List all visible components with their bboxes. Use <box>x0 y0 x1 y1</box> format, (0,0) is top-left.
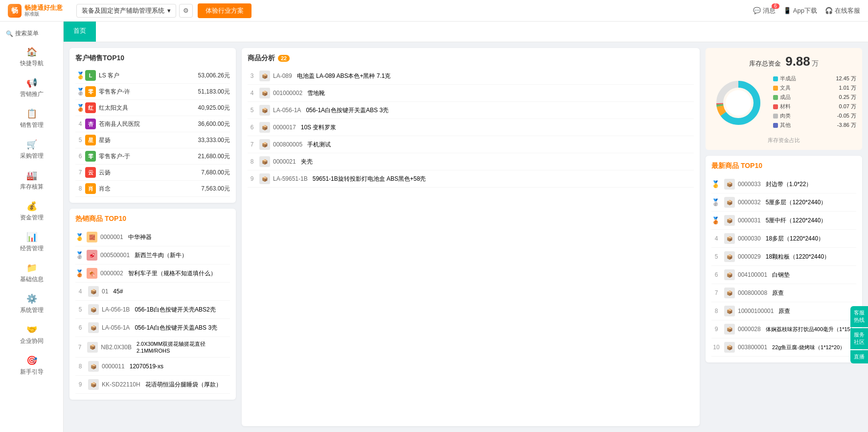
sidebar-item-purchase[interactable]: 🛒 采购管理 <box>0 134 63 165</box>
rank-medal-1: 🥇 <box>75 72 85 79</box>
hot-product-row-3: 🥉 🍖 0000002 智利车子里（规格不知道填什么） <box>75 264 230 283</box>
new-medal-1: 🥇 <box>711 180 721 188</box>
sidebar-item-marketing[interactable]: 📢 营销推广 <box>0 72 63 103</box>
legend-dot-0 <box>773 76 778 81</box>
sidebar-item-operation[interactable]: 📊 经营管理 <box>0 227 63 258</box>
sidebar-item-home[interactable]: 🏠 快捷导航 <box>0 42 63 72</box>
new-products-card: 最新商品 TOP10 🥇 📦 0000033 封边带（1.0*22） 🥈 📦 0… <box>706 156 862 362</box>
new-img-6: 📦 <box>724 269 735 280</box>
new-img-2: 📦 <box>724 197 735 208</box>
rank-avatar-8: 肖 <box>85 183 96 194</box>
inventory-chart-label: 库存资金占比 <box>711 137 856 144</box>
legend-dot-2 <box>773 95 778 100</box>
sidebar-item-collab[interactable]: 🤝 企业协同 <box>0 319 63 350</box>
legend-item-5: 其他 -3.86 万 <box>773 121 856 129</box>
rank-row-3: 🥉 红 红太阳文具 40,925.00元 <box>75 100 230 116</box>
new-img-3: 📦 <box>724 215 735 226</box>
hot-product-row-6: 6 📦 LA-056-1A 056-1A白色按键开关盖ABS 3壳 <box>75 319 230 337</box>
main-layout: 🔍 搜索菜单 🏠 快捷导航 📢 营销推广 📋 销售管理 🛒 采购管理 🏭 库存核… <box>0 22 868 432</box>
hot-img-4: 📦 <box>88 286 99 297</box>
hot-img-7: 📦 <box>87 342 98 353</box>
legend-dot-5 <box>773 123 778 128</box>
mid-product-row-1: 3 📦 LA-089 电池盖 LA-089 ABS本色+黑种 7.1克 <box>248 68 694 85</box>
hot-products-title: 热销商品 TOP10 <box>75 215 230 223</box>
headset-icon: 🎧 <box>825 7 833 14</box>
legend-item-2: 成品 0.25 万 <box>773 94 856 101</box>
hot-product-row-2: 🥈 🥩 000500001 新西兰牛肉（新牛） <box>75 246 230 264</box>
new-product-row-3: 🥉 📦 0000031 5厘中纤（1220*2440） <box>711 212 856 230</box>
collab-icon: 🤝 <box>26 324 37 335</box>
hot-img-8: 📦 <box>88 361 99 372</box>
app-download-button[interactable]: 📱 App下载 <box>783 6 817 15</box>
sidebar-item-finance[interactable]: 💰 资金管理 <box>0 196 63 227</box>
legend-dot-3 <box>773 104 778 109</box>
new-img-8: 📦 <box>724 306 735 316</box>
page-content: 客户销售TOP10 🥇 L LS 客户 53,006.26元 🥈 零 零售客 <box>64 42 868 432</box>
hot-product-row-7: 7 📦 NB2.0X30B 2.0X30MM双搓花轴搓花直径2.1MM/ROHS <box>75 337 230 358</box>
new-medal-3: 🥉 <box>711 216 721 224</box>
customer-ranking-title: 客户销售TOP10 <box>75 54 230 63</box>
sidebar-item-basics[interactable]: 📁 基础信息 <box>0 258 63 288</box>
sidebar-item-system[interactable]: ⚙️ 系统管理 <box>0 288 63 319</box>
inventory-title: 库存总资金 9.88 万 <box>711 54 856 69</box>
logo-icon: 畅 <box>8 4 22 18</box>
mid-img-7: 📦 <box>259 173 270 184</box>
hot-product-row-8: 8 📦 0000011 12070519-xs <box>75 358 230 376</box>
mid-column: 商品分析 22 3 📦 LA-089 电池盖 LA-089 ABS本色+黑种 7… <box>242 48 700 426</box>
donut-container: 半成品 12.45 万 文具 1.01 万 成品 0 <box>711 71 856 135</box>
float-btn-live[interactable]: 直播 <box>850 350 868 363</box>
logo-text: 畅捷通好生意 标准版 <box>24 4 63 18</box>
legend-item-0: 半成品 12.45 万 <box>773 75 856 82</box>
svg-point-5 <box>726 90 751 116</box>
system-icon: ⚙️ <box>26 293 37 304</box>
mid-product-row-2: 4 📦 001000002 雪地靴 <box>248 85 694 102</box>
float-btn-service[interactable]: 客服热线 <box>850 306 868 327</box>
legend-dot-1 <box>773 86 778 91</box>
tab-home[interactable]: 首页 <box>64 22 96 42</box>
mid-img-5: 📦 <box>259 139 270 150</box>
rank-medal-3: 🥉 <box>75 104 85 112</box>
home-icon: 🏠 <box>26 47 37 57</box>
mid-product-row-3: 5 📦 LA-056-1A 056-1A白色按键开关盖ABS 3壳 <box>248 102 694 119</box>
new-product-row-8: 8 📦 10000100001 原查 <box>711 302 856 320</box>
top-right-actions: 💬 消息 6 📱 App下载 🎧 在线客服 <box>753 6 860 15</box>
sidebar-item-sales[interactable]: 📋 销售管理 <box>0 103 63 134</box>
rank-avatar-3: 红 <box>85 102 96 113</box>
hot-product-row-1: 🥇 🧱 0000001 中华神器 <box>75 228 230 246</box>
search-menu-item[interactable]: 🔍 搜索菜单 <box>0 25 63 42</box>
rank-avatar-4: 杏 <box>85 119 96 129</box>
hot-img-2: 🥩 <box>87 250 97 261</box>
rank-row-8: 8 肖 肖念 7,563.00元 <box>75 181 230 197</box>
message-button[interactable]: 💬 消息 6 <box>753 6 776 15</box>
donut-chart-svg <box>711 76 765 130</box>
sidebar-item-inventory[interactable]: 🏭 库存核算 <box>0 165 63 196</box>
legend-dot-4 <box>773 114 778 119</box>
content-area: 首页 客户销售TOP10 🥇 L LS 客户 53,006.26元 <box>64 22 868 432</box>
content-tabs: 首页 <box>64 22 868 42</box>
product-analysis-title: 商品分析 22 <box>248 54 694 63</box>
hot-products-card: 热销商品 TOP10 🥇 🧱 0000001 中华神器 🥈 🥩 00050000… <box>69 209 236 400</box>
rank-avatar-2: 零 <box>85 86 96 97</box>
rank-row-5: 5 星 星扬 33,333.00元 <box>75 132 230 148</box>
trial-button[interactable]: 体验行业方案 <box>198 3 251 18</box>
new-img-5: 📦 <box>724 251 735 262</box>
float-btn-community[interactable]: 服务社区 <box>850 328 868 349</box>
rank-row-4: 4 杏 苍南县人民医院 36,600.00元 <box>75 116 230 132</box>
mid-product-row-6: 8 📦 0000021 夹壳 <box>248 153 694 170</box>
hot-product-row-5: 5 📦 LA-056-1B 056-1B白色按键开关壳ABS2壳 <box>75 301 230 319</box>
new-product-row-9: 9 📦 0000028 体娴荔枝味苏打饮品400毫升（1*15） <box>711 320 856 338</box>
sidebar-item-guide[interactable]: 🎯 新手引导 <box>0 350 63 381</box>
guide-icon: 🎯 <box>26 355 37 366</box>
settings-button[interactable]: ⚙ <box>179 4 193 18</box>
inventory-card: 库存总资金 9.88 万 <box>706 48 862 150</box>
system-selector[interactable]: 装备及固定资产辅助管理系统 ▾ <box>76 4 176 18</box>
new-product-row-2: 🥈 📦 0000032 5厘多层（1220*2440） <box>711 193 856 212</box>
online-service-button[interactable]: 🎧 在线客服 <box>825 6 860 15</box>
mid-product-row-7: 9 📦 LA-59651-1B 59651-1B旋转投影灯电池盒 ABS黑色+5… <box>248 170 694 188</box>
hot-medal-2: 🥈 <box>75 251 84 259</box>
basics-icon: 📁 <box>26 263 37 273</box>
message-icon: 💬 <box>753 7 761 14</box>
new-img-10: 📦 <box>724 342 735 353</box>
new-products-title: 最新商品 TOP10 <box>711 162 856 170</box>
sales-icon: 📋 <box>26 108 37 119</box>
